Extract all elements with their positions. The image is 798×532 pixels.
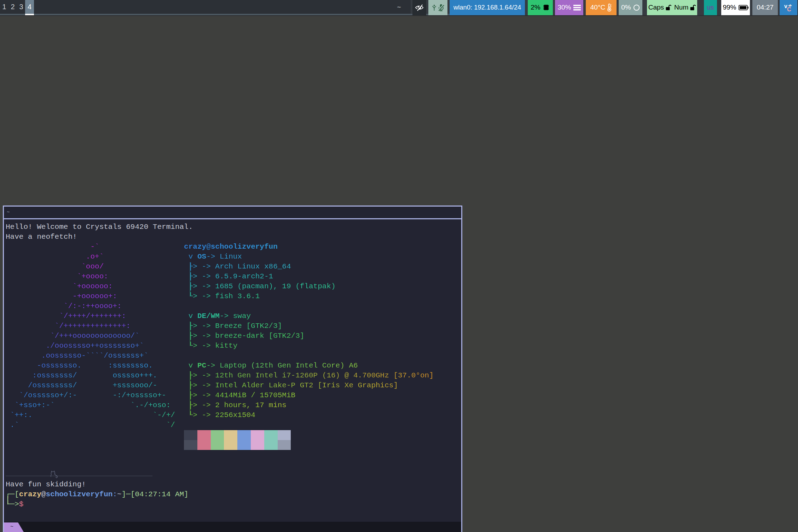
svg-text:C: C bbox=[787, 6, 791, 12]
